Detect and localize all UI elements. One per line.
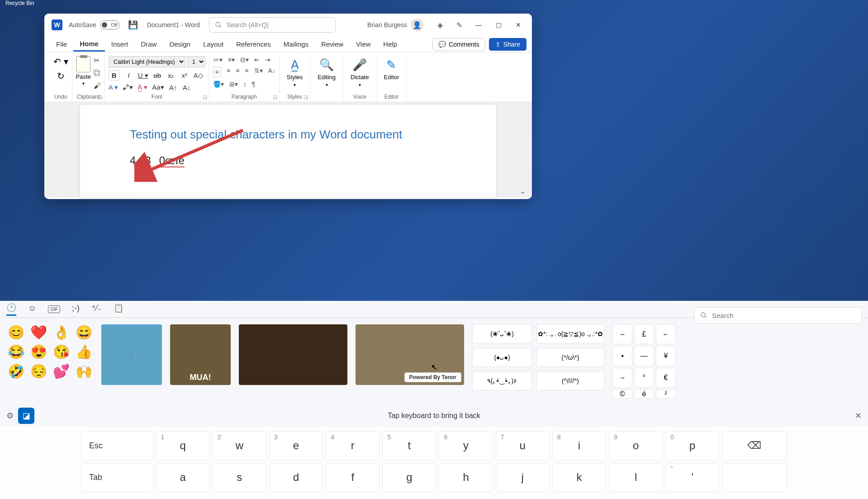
change-case-icon[interactable]: Aa▾ <box>152 83 164 91</box>
symbol-item[interactable]: ° <box>634 368 654 388</box>
key-g[interactable]: g <box>382 463 436 492</box>
autosave-toggle[interactable]: Off <box>100 20 120 29</box>
font-color-icon[interactable]: A̲ ▾ <box>138 83 147 91</box>
kaomoji-item[interactable]: (*/ω\*) <box>536 348 604 367</box>
tab-insert[interactable]: Insert <box>105 38 135 51</box>
key-h[interactable]: h <box>439 463 493 492</box>
page[interactable]: Testing out special characters in my Wor… <box>80 105 496 197</box>
italic-button[interactable]: I <box>124 71 133 79</box>
tab-emoji-icon[interactable]: ☺ <box>28 304 36 315</box>
highlight-icon[interactable]: 🖍▾ <box>123 83 133 91</box>
clear-format-icon[interactable]: A◇ <box>194 71 204 80</box>
document-area[interactable]: Testing out special characters in my Wor… <box>44 102 532 197</box>
symbol-item[interactable]: € <box>656 368 676 388</box>
key-apostrophe[interactable]: "' <box>665 463 719 492</box>
borders-icon[interactable]: ⊞▾ <box>229 81 238 88</box>
key-tab[interactable]: Tab <box>81 463 153 492</box>
tab-layout[interactable]: Layout <box>197 38 230 51</box>
grow-font-icon[interactable]: A↑ <box>169 84 178 91</box>
tab-gif-icon[interactable]: GIF <box>48 305 60 313</box>
key-d[interactable]: d <box>269 463 323 492</box>
line-spacing-icon[interactable]: ⇅▾ <box>254 67 263 77</box>
gif-applause[interactable] <box>239 324 347 385</box>
tab-view[interactable]: View <box>350 38 377 51</box>
align-left-icon[interactable]: ≡ <box>213 67 221 77</box>
key-q[interactable]: 1q <box>156 431 210 460</box>
styles-button[interactable]: A̲ Styles▾ <box>283 56 306 89</box>
kaomoji-item[interactable]: ✿*: .｡. o(≧▽≦)o .｡.:*✿ <box>536 324 604 343</box>
close-button[interactable]: ✕ <box>508 15 528 35</box>
sort-az-icon[interactable]: ↕ <box>243 81 247 88</box>
underline-button[interactable]: U ▾ <box>138 71 148 80</box>
symbol-item[interactable]: © <box>612 390 632 399</box>
format-painter-icon[interactable]: 🖌 <box>94 82 101 90</box>
outdent-icon[interactable]: ⇤ <box>254 56 260 63</box>
font-size-select[interactable]: 13 <box>187 56 205 67</box>
tab-symbols-icon[interactable]: ⁺⁄₋ <box>91 303 102 315</box>
symbol-item[interactable]: → <box>612 368 632 388</box>
tab-file[interactable]: File <box>50 38 73 51</box>
key-a[interactable]: a <box>156 463 210 492</box>
align-center-icon[interactable]: ≡ <box>227 67 230 77</box>
collapse-ribbon-icon[interactable]: ⌄ <box>520 187 526 195</box>
comments-button[interactable]: 💬 Comments <box>432 38 485 51</box>
tab-mailings[interactable]: Mailings <box>277 38 315 51</box>
key-i[interactable]: 8i <box>552 431 606 460</box>
show-marks-icon[interactable]: ¶ <box>252 81 256 88</box>
kaomoji-item[interactable]: (^////^) <box>536 371 604 390</box>
sticker-mode-button[interactable]: ◪ <box>18 408 34 424</box>
search-input[interactable]: Search (Alt+Q) <box>209 17 336 33</box>
recycle-bin-label[interactable]: Recycle Bin <box>5 0 34 6</box>
emoji-item[interactable]: 😍 <box>29 344 48 360</box>
symbol-item[interactable]: é <box>634 390 654 399</box>
tab-clipboard-icon[interactable]: 📋 <box>114 303 123 315</box>
emoji-item[interactable]: 😔 <box>29 363 48 379</box>
minimize-button[interactable]: — <box>469 15 489 35</box>
maximize-button[interactable]: ▢ <box>489 15 508 35</box>
multilevel-icon[interactable]: ⊟▾ <box>240 56 249 63</box>
key-w[interactable]: 2w <box>213 431 266 460</box>
tab-kaomoji-icon[interactable]: ;-) <box>72 304 80 315</box>
tab-references[interactable]: References <box>230 38 277 51</box>
clipboard-launcher-icon[interactable]: ◲ <box>98 94 103 100</box>
tab-help[interactable]: Help <box>377 38 403 51</box>
font-launcher-icon[interactable]: ◲ <box>203 94 207 100</box>
tab-review[interactable]: Review <box>315 38 350 51</box>
tab-design[interactable]: Design <box>163 38 197 51</box>
key-y[interactable]: 6y <box>439 431 493 460</box>
paste-button[interactable]: Paste▾ <box>76 56 91 86</box>
emoji-item[interactable]: 😂 <box>6 344 25 360</box>
gear-icon[interactable]: ⚙ <box>6 411 14 421</box>
symbol-item[interactable]: ← <box>656 324 676 344</box>
tab-home[interactable]: Home <box>73 37 105 52</box>
dictate-button[interactable]: 🎤 Dictate▾ <box>347 56 372 89</box>
copy-icon[interactable]: ⿻ <box>94 69 101 77</box>
numbering-icon[interactable]: ≡▾ <box>228 56 235 63</box>
shrink-font-icon[interactable]: A↓ <box>182 84 191 91</box>
align-right-icon[interactable]: ≡ <box>236 67 239 77</box>
share-button[interactable]: ⇪ Share <box>489 38 526 51</box>
key-esc[interactable]: Esc <box>81 431 153 460</box>
editor-button[interactable]: ✎ Editor <box>380 56 403 82</box>
kaomoji-item[interactable]: (●ᴗ●) <box>472 348 532 367</box>
shading-icon[interactable]: 🪣▾ <box>213 81 224 88</box>
key-backspace[interactable]: ⌫ <box>722 431 787 460</box>
key-u[interactable]: 7u <box>496 431 550 460</box>
emoji-item[interactable]: 💕 <box>52 363 71 379</box>
indent-icon[interactable]: ⇥ <box>265 56 270 63</box>
key-o[interactable]: 9o <box>609 431 663 460</box>
key-r[interactable]: 4r <box>326 431 379 460</box>
subscript-button[interactable]: x₂ <box>166 71 175 80</box>
avatar[interactable]: 👤 <box>411 19 423 31</box>
styles-launcher-icon[interactable]: ◲ <box>304 94 308 100</box>
key-l[interactable]: l <box>609 463 663 492</box>
symbol-item[interactable]: — <box>634 346 654 366</box>
symbol-item[interactable]: ² <box>656 390 676 399</box>
kaomoji-item[interactable]: (❀ˆᴗˆ❀) <box>472 324 532 343</box>
font-family-select[interactable]: Calibri Light (Headings) <box>109 56 185 67</box>
emoji-item[interactable]: 👍 <box>74 344 93 360</box>
key-t[interactable]: 5t <box>382 431 436 460</box>
symbol-item[interactable]: ¥ <box>656 346 676 366</box>
symbol-item[interactable]: • <box>612 346 632 366</box>
key-enter[interactable] <box>722 463 787 492</box>
